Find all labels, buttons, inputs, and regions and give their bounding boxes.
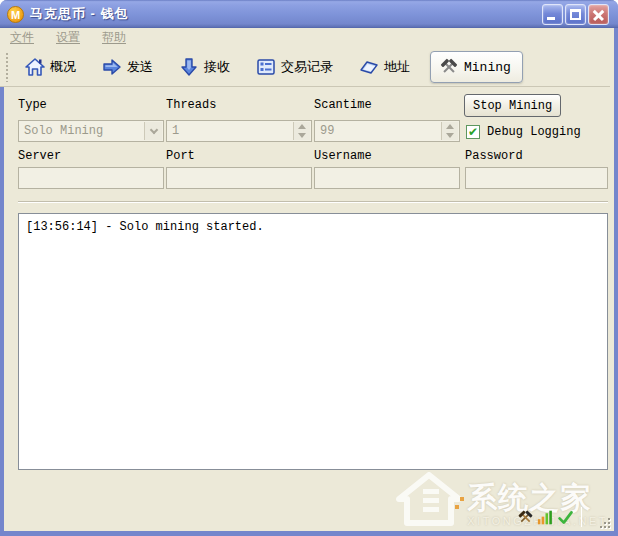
maximize-icon [570,9,581,20]
toolbar: 概况 发送 接收 交易记录 [0,48,610,87]
sync-ok-icon[interactable] [557,509,574,526]
tab-addresses[interactable]: 地址 [353,52,416,82]
close-icon [589,5,608,24]
scantime-value: 99 [320,124,334,138]
debug-logging-checkbox[interactable]: ✔ Debug Logging [466,125,581,139]
mining-log-area[interactable]: [13:56:14] - Solo mining started. [18,213,608,470]
username-label: Username [314,149,372,163]
chevron-down-icon [149,125,157,133]
spin-down-icon[interactable] [442,131,458,140]
address-book-icon [359,57,379,77]
spinner-buttons [293,122,310,140]
mining-active-icon[interactable] [517,509,534,526]
toolbar-gripper[interactable] [5,52,9,82]
tab-transactions-label: 交易记录 [281,58,333,76]
stop-mining-button[interactable]: Stop Mining [464,94,561,117]
maximize-button[interactable] [565,4,586,25]
password-label: Password [465,149,523,163]
scantime-spinbox[interactable]: 99 [314,120,460,142]
arrow-down-icon [179,57,199,77]
arrow-right-icon [102,57,122,77]
app-window: M 马克思币 - 钱包 文件 设置 帮助 概况 发送 [0,0,618,536]
username-input[interactable] [314,167,460,189]
threads-label: Threads [166,98,216,112]
close-button[interactable] [588,4,609,25]
minimize-button[interactable] [542,4,563,25]
tab-overview-label: 概况 [50,58,76,76]
menu-help[interactable]: 帮助 [102,29,126,46]
tab-send[interactable]: 发送 [96,52,159,82]
tab-transactions[interactable]: 交易记录 [250,52,339,82]
server-label: Server [18,149,61,163]
titlebar[interactable]: M 马克思币 - 钱包 [0,0,618,28]
resize-grip[interactable] [598,516,611,529]
spin-down-icon[interactable] [294,131,310,140]
password-input[interactable] [465,167,608,189]
menu-settings[interactable]: 设置 [56,29,80,46]
menu-file[interactable]: 文件 [10,29,34,46]
port-label: Port [166,149,195,163]
mining-type-value: Solo Mining [24,124,103,138]
mining-type-select[interactable]: Solo Mining [18,120,164,142]
port-input[interactable] [166,167,312,189]
type-label: Type [18,98,47,112]
server-input[interactable] [18,167,164,189]
statusbar-separator [581,507,582,527]
app-icon: M [7,6,24,23]
tab-mining-label: Mining [464,60,511,75]
tab-overview[interactable]: 概况 [19,52,82,82]
threads-value: 1 [172,124,179,138]
debug-logging-label: Debug Logging [487,125,581,139]
home-icon [25,57,45,77]
statusbar [4,470,614,531]
connections-icon[interactable] [537,509,554,526]
window-title: 马克思币 - 钱包 [30,5,129,23]
spin-up-icon[interactable] [442,122,458,131]
separator-line [18,201,608,203]
minimize-icon [547,17,555,20]
tab-addresses-label: 地址 [384,58,410,76]
log-line: [13:56:14] - Solo mining started. [26,220,600,234]
tab-mining[interactable]: Mining [430,51,523,83]
transactions-icon [256,57,276,77]
scantime-label: Scantime [314,98,372,112]
combo-dropdown-arrow [144,122,162,140]
tab-receive-label: 接收 [204,58,230,76]
spin-up-icon[interactable] [294,122,310,131]
tab-send-label: 发送 [127,58,153,76]
threads-spinbox[interactable]: 1 [166,120,312,142]
checkbox-check-icon: ✔ [466,125,480,139]
mining-hammers-icon [439,57,459,77]
spinner-buttons [441,122,458,140]
tab-receive[interactable]: 接收 [173,52,236,82]
menubar: 文件 设置 帮助 [0,28,610,48]
